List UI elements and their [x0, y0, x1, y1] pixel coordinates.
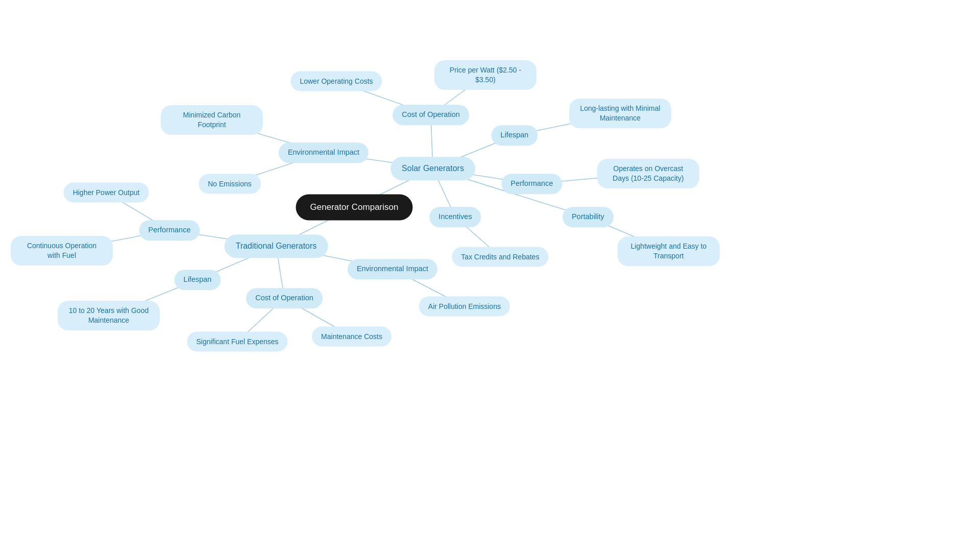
node-continuous-operation[interactable]: Continuous Operation with Fuel [11, 236, 113, 266]
node-ten-twenty-years[interactable]: 10 to 20 Years with Good Maintenance [58, 301, 160, 330]
node-solar-lifespan[interactable]: Lifespan [492, 125, 538, 146]
mindmap-canvas: Generator Comparison Solar Generators Tr… [0, 0, 980, 553]
node-trad-env-impact[interactable]: Environmental Impact [348, 259, 437, 279]
node-lightweight[interactable]: Lightweight and Easy to Transport [618, 236, 720, 266]
node-solar-portability[interactable]: Portability [562, 207, 614, 227]
node-long-lasting[interactable]: Long-lasting with Minimal Maintenance [569, 99, 671, 128]
node-no-emissions[interactable]: No Emissions [199, 174, 261, 194]
node-solar-performance[interactable]: Performance [501, 174, 562, 194]
node-higher-power[interactable]: Higher Power Output [64, 183, 149, 203]
node-price-per-watt[interactable]: Price per Watt ($2.50 - $3.50) [434, 60, 536, 90]
node-air-pollution[interactable]: Air Pollution Emissions [419, 297, 510, 317]
node-lower-operating-costs[interactable]: Lower Operating Costs [290, 71, 382, 91]
node-solar-cost[interactable]: Cost of Operation [393, 105, 469, 125]
node-minimized-carbon[interactable]: Minimized Carbon Footprint [161, 105, 263, 135]
node-tax-credits[interactable]: Tax Credits and Rebates [452, 247, 548, 267]
center-node[interactable]: Generator Comparison [296, 195, 413, 221]
node-trad-cost[interactable]: Cost of Operation [246, 288, 323, 308]
node-solar-generators[interactable]: Solar Generators [390, 157, 475, 180]
node-operates-overcast[interactable]: Operates on Overcast Days (10-25 Capacit… [597, 159, 699, 188]
node-solar-incentives[interactable]: Incentives [429, 207, 481, 227]
node-significant-fuel[interactable]: Significant Fuel Expenses [187, 332, 287, 352]
node-maintenance-costs[interactable]: Maintenance Costs [312, 327, 391, 347]
node-solar-env-impact[interactable]: Environmental Impact [279, 142, 369, 163]
node-trad-lifespan[interactable]: Lifespan [175, 270, 221, 290]
node-traditional-generators[interactable]: Traditional Generators [225, 234, 328, 258]
node-trad-performance[interactable]: Performance [139, 220, 200, 241]
